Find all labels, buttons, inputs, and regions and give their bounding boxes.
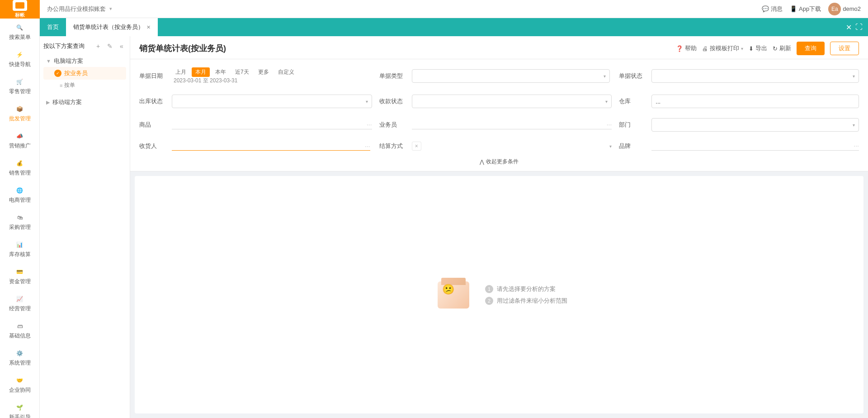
- department-select[interactable]: ▾: [651, 118, 859, 132]
- sidebar-item-wholesale[interactable]: 📦 批发管理: [0, 100, 39, 127]
- close-tab-btn[interactable]: ✕: [846, 23, 852, 32]
- doctype-label: 单据类型: [379, 72, 412, 80]
- filter-cell-outstatus: 出库状态 ▾: [139, 92, 379, 111]
- help-btn[interactable]: ❓ 帮助: [676, 44, 697, 52]
- finance-icon: 💳: [15, 267, 24, 276]
- goods-more-icon[interactable]: ···: [367, 121, 372, 128]
- filter-cell-recipient: 收货人 ···: [139, 139, 379, 153]
- docstatus-select[interactable]: ▾: [651, 69, 859, 83]
- tree-group-desktop: ▼ 电脑端方案 ✓ 按业务员 ≡ 按单: [43, 55, 126, 91]
- expand-btn[interactable]: ⛶: [855, 23, 863, 31]
- filter-cell-doctype: 单据类型 ▾: [379, 65, 619, 87]
- refresh-label: 刷新: [779, 44, 791, 52]
- date-tab-7days[interactable]: 近7天: [231, 67, 253, 77]
- page-header: 销货单统计表(按业务员) ❓ 帮助 🖨 按模板打印 ▾ ⬇ 导出: [130, 36, 868, 59]
- tree-parent-desktop[interactable]: ▼ 电脑端方案: [43, 55, 126, 67]
- page-header-actions: ❓ 帮助 🖨 按模板打印 ▾ ⬇ 导出 ↻ 刷新: [676, 42, 859, 55]
- date-tab-lastmonth[interactable]: 上月: [172, 67, 190, 77]
- sales-icon: 💰: [15, 159, 24, 168]
- add-scheme-btn[interactable]: +: [94, 42, 103, 51]
- settlement-arrow-icon[interactable]: ▾: [609, 144, 612, 149]
- settings-label: 设置: [839, 45, 850, 52]
- date-range: 2023-03-01 至 2023-03-31: [174, 77, 372, 85]
- brand-more-icon[interactable]: ···: [854, 142, 859, 149]
- edit-scheme-btn[interactable]: ✎: [105, 42, 114, 51]
- sidebar-ecommerce-label: 电商管理: [9, 196, 31, 204]
- date-tab-more[interactable]: 更多: [255, 67, 273, 77]
- warehouse-select[interactable]: ...: [651, 95, 859, 108]
- sidebar-item-purchase[interactable]: 🛍 采购管理: [0, 209, 39, 236]
- sidebar-item-enterprise[interactable]: 🤝 企业协同: [0, 371, 39, 399]
- salesperson-more-icon[interactable]: ···: [607, 121, 612, 128]
- date-tab-thisyear[interactable]: 本年: [212, 67, 230, 77]
- empty-state: 😕 1 请先选择要分析的方案 2 用过滤条件来缩小分析范围: [431, 272, 567, 318]
- sidebar-item-sales[interactable]: 💰 销售管理: [0, 154, 39, 181]
- print-arrow-icon: ▾: [741, 46, 743, 51]
- tree-child-salesperson[interactable]: ✓ 按业务员: [43, 67, 126, 80]
- export-label: 导出: [755, 44, 767, 52]
- filter-cell-date: 单据日期 上月 本月 本年 近7天 更多 自定义 2023-03-01 至 20…: [139, 65, 379, 87]
- sidebar-item-newbie[interactable]: 🌱 新手引导: [0, 399, 39, 418]
- sidebar-operation-label: 经营管理: [9, 305, 31, 313]
- sidebar-item-retail[interactable]: 🛒 零售管理: [0, 73, 39, 100]
- collapse-panel-btn[interactable]: «: [117, 42, 126, 51]
- logo-icon: [13, 0, 27, 11]
- query-btn[interactable]: 查询: [797, 42, 825, 55]
- sidebar-item-system[interactable]: ⚙️ 系统管理: [0, 344, 39, 371]
- app-download-btn[interactable]: 📱 App下载: [790, 5, 821, 13]
- sidebar-item-inventory[interactable]: 📊 库存核算: [0, 236, 39, 263]
- enterprise-icon: 🤝: [15, 376, 24, 385]
- export-btn[interactable]: ⬇ 导出: [749, 44, 767, 52]
- recipient-input[interactable]: [172, 142, 364, 150]
- empty-tip-1: 1 请先选择要分析的方案: [485, 285, 567, 293]
- topbar-left: 办公用品行业模拟账套 ▾: [47, 5, 112, 13]
- date-tab-thismonth[interactable]: 本月: [192, 67, 210, 77]
- topbar-right: 💬 消息 📱 App下载 Ea demo2: [762, 3, 861, 15]
- sidebar-wholesale-label: 批发管理: [9, 115, 31, 123]
- left-panel-title-label: 按以下方案查询: [43, 42, 85, 50]
- tree-grandchild-order-label: 按单: [64, 81, 75, 89]
- user-profile-btn[interactable]: Ea demo2: [828, 3, 861, 15]
- tab-home-label: 首页: [47, 23, 59, 31]
- filter-cell-settlement: 结算方式 × ▾: [379, 139, 619, 153]
- sidebar-item-operation[interactable]: 📈 经营管理: [0, 290, 39, 317]
- main-area: 办公用品行业模拟账套 ▾ 💬 消息 📱 App下载 Ea demo2 首页: [40, 0, 868, 418]
- refresh-btn[interactable]: ↻ 刷新: [773, 44, 791, 52]
- page-title: 销货单统计表(按业务员): [139, 43, 226, 54]
- doctype-select[interactable]: ▾: [412, 69, 610, 83]
- sidebar-item-search[interactable]: 🔍 搜索菜单: [0, 19, 39, 46]
- sidebar-item-finance[interactable]: 💳 资金管理: [0, 263, 39, 290]
- tab-sales-stats[interactable]: 销货单统计表（按业务员） ✕: [66, 18, 158, 36]
- industry-dropdown-icon[interactable]: ▾: [109, 6, 112, 12]
- print-btn[interactable]: 🖨 按模板打印 ▾: [702, 44, 743, 52]
- tree-parent-mobile[interactable]: ▶ 移动端方案: [43, 96, 126, 108]
- empty-tip-2: 2 用过滤条件来缩小分析范围: [485, 297, 567, 305]
- settings-btn[interactable]: 设置: [830, 42, 859, 55]
- settlement-tag: ×: [412, 142, 421, 151]
- outstatus-arrow-icon: ▾: [366, 99, 368, 104]
- export-icon: ⬇: [749, 45, 754, 52]
- page-container: 按以下方案查询 + ✎ « ▼ 电脑端方案: [40, 36, 868, 418]
- sidebar-item-quicknav[interactable]: ⚡ 快捷导航: [0, 46, 39, 73]
- outstatus-select[interactable]: ▾: [172, 95, 372, 108]
- paymentstatus-select[interactable]: ▾: [412, 95, 612, 108]
- salesperson-active-icon: ✓: [54, 70, 61, 77]
- salesperson-label: 业务员: [379, 121, 412, 129]
- sidebar-item-ecommerce[interactable]: 🌐 电商管理: [0, 181, 39, 209]
- tab-home[interactable]: 首页: [40, 18, 66, 36]
- content-area: 😕 1 请先选择要分析的方案 2 用过滤条件来缩小分析范围: [135, 176, 863, 413]
- order-icon: ≡: [60, 83, 62, 88]
- collapse-up-icon: ⋀: [480, 159, 484, 165]
- filter-row-2: 出库状态 ▾ 收款状态 ▾ 仓库: [139, 92, 859, 111]
- newbie-icon: 🌱: [15, 403, 24, 412]
- message-btn[interactable]: 💬 消息: [762, 5, 783, 13]
- recipient-more-icon[interactable]: ···: [365, 142, 370, 150]
- tree-parent-desktop-label: 电脑端方案: [54, 57, 83, 65]
- date-tab-custom[interactable]: 自定义: [274, 67, 298, 77]
- collapse-filters-btn[interactable]: ⋀ 收起更多条件: [139, 158, 859, 166]
- tree-grandchild-order[interactable]: ≡ 按单: [43, 80, 126, 91]
- tab-close-icon[interactable]: ✕: [146, 24, 151, 30]
- settlement-tag-close[interactable]: ×: [415, 143, 418, 149]
- sidebar-item-basic[interactable]: 🗃 基础信息: [0, 317, 39, 344]
- sidebar-item-marketing[interactable]: 📣 营销推广: [0, 127, 39, 154]
